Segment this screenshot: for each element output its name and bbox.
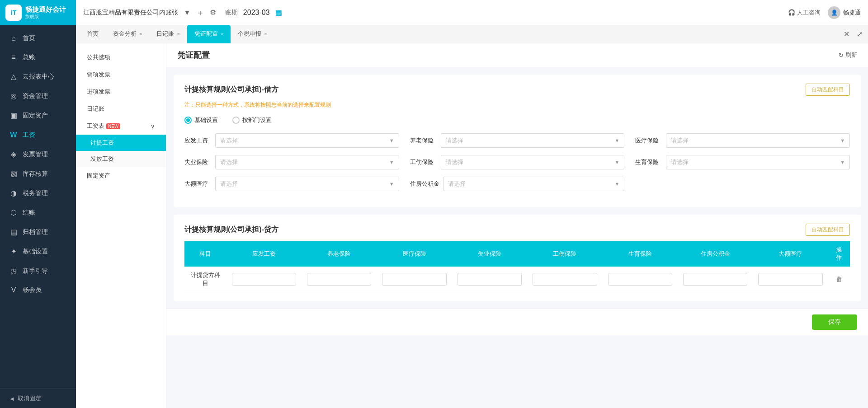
- pension-select[interactable]: 请选择 ▼: [441, 133, 625, 148]
- maternity-select[interactable]: 请选择 ▼: [666, 155, 850, 169]
- reports-icon: △: [9, 72, 18, 81]
- sidebar-item-home[interactable]: ⌂ 首页: [0, 29, 76, 48]
- tab-journal-close[interactable]: ×: [177, 31, 179, 37]
- cell-gross: [226, 267, 302, 292]
- sidebar-item-settings[interactable]: ✦ 基础设置: [0, 242, 76, 261]
- injury-select[interactable]: 请选择 ▼: [441, 155, 625, 169]
- sub-nav-fixed-assets[interactable]: 固定资产: [76, 167, 166, 184]
- sidebar-navigation: ⌂ 首页 ≡ 总账 △ 云报表中心 ◎ 资金管理 ▣ 固定资产 ₩ 工资 ◈ 发…: [0, 25, 76, 389]
- tab-journal[interactable]: 日记账 ×: [149, 25, 187, 43]
- credit-auto-match-button[interactable]: 自动匹配科目: [806, 224, 850, 236]
- sidebar-item-invoice[interactable]: ◈ 发票管理: [0, 145, 76, 164]
- sidebar-item-reports[interactable]: △ 云报表中心: [0, 67, 76, 86]
- expand-tab-button[interactable]: ⤢: [855, 28, 864, 40]
- tab-capital[interactable]: 资金分析 ×: [106, 25, 149, 43]
- sidebar-item-assets[interactable]: ▣ 固定资产: [0, 106, 76, 125]
- logo-icon: iT: [5, 5, 22, 21]
- company-dropdown-arrow[interactable]: ▼: [184, 9, 191, 17]
- calendar-icon[interactable]: ▦: [275, 8, 282, 17]
- input-injury[interactable]: [533, 273, 597, 286]
- cell-action: 🗑: [828, 267, 850, 292]
- settings-icon: ✦: [9, 247, 18, 256]
- sidebar-item-home-label: 首页: [23, 34, 35, 42]
- tabs-actions: ✕ ⤢: [842, 28, 864, 40]
- input-pension[interactable]: [307, 273, 371, 286]
- radio-basic-settings[interactable]: 基础设置: [184, 116, 218, 124]
- guide-icon: ◷: [9, 267, 18, 275]
- headset-icon: 🎧: [788, 9, 795, 16]
- credit-section-header: 计提核算规则(公司承担)-贷方 自动匹配科目: [184, 224, 850, 236]
- input-maternity[interactable]: [608, 273, 672, 286]
- sidebar-item-capital[interactable]: ◎ 资金管理: [0, 86, 76, 106]
- sub-nav-journal[interactable]: 日记账: [76, 100, 166, 117]
- gross-salary-select[interactable]: 请选择 ▼: [215, 133, 399, 148]
- app-logo: iT 畅捷通好会计 旗舰版: [0, 0, 76, 25]
- housing-fund-label: 住房公积金: [410, 180, 439, 188]
- refresh-button[interactable]: ↻ 刷新: [839, 51, 857, 59]
- save-button[interactable]: 保存: [812, 314, 857, 330]
- archive-icon: ▤: [9, 228, 18, 236]
- settings-gear-icon[interactable]: ⚙: [210, 8, 216, 17]
- sidebar-item-invoice-label: 发票管理: [23, 150, 48, 159]
- tab-tax-close[interactable]: ×: [264, 31, 267, 37]
- tab-tax[interactable]: 个税申报 ×: [231, 25, 274, 43]
- service-label: 人工咨询: [797, 9, 821, 17]
- credit-table: 科目 应发工资 养老保险 医疗保险 失业保险 工伤保险 生育保险 住房公积金 大…: [184, 241, 850, 292]
- housing-fund-select[interactable]: 请选择 ▼: [443, 177, 625, 191]
- service-button[interactable]: 🎧 人工咨询: [788, 9, 821, 17]
- sub-nav-pay-salary[interactable]: 发放工资: [76, 151, 166, 167]
- sidebar-item-salary[interactable]: ₩ 工资: [0, 125, 76, 145]
- input-unemployment[interactable]: [458, 273, 522, 286]
- cell-injury: [527, 267, 602, 292]
- debit-auto-match-button[interactable]: 自动匹配科目: [806, 84, 850, 96]
- unemployment-select[interactable]: 请选择 ▼: [215, 155, 399, 169]
- sidebar-item-ledger[interactable]: ≡ 总账: [0, 48, 76, 67]
- close-tab-button[interactable]: ✕: [842, 28, 851, 40]
- tab-voucher[interactable]: 凭证配置 ×: [187, 25, 231, 43]
- injury-arrow: ▼: [614, 159, 619, 165]
- input-major-med[interactable]: [758, 273, 822, 286]
- sub-nav-salary-table[interactable]: 工资表NEW ∨: [76, 117, 166, 135]
- sidebar-item-tax[interactable]: ◑ 税务管理: [0, 183, 76, 203]
- medical-select[interactable]: 请选择 ▼: [666, 133, 850, 148]
- save-area: 保存: [166, 309, 868, 335]
- page-header: 凭证配置 ↻ 刷新: [166, 43, 868, 67]
- cell-pension: [302, 267, 377, 292]
- radio-group: 基础设置 按部门设置: [184, 116, 850, 124]
- sub-nav-sales-invoice[interactable]: 销项发票: [76, 66, 166, 83]
- sidebar-item-archive[interactable]: ▤ 归档管理: [0, 222, 76, 242]
- input-medical[interactable]: [382, 273, 446, 286]
- sub-nav-public[interactable]: 公共选项: [76, 49, 166, 66]
- debit-form-row-1: 应发工资 请选择 ▼ 养老保险 请选择 ▼ 医疗: [184, 133, 850, 148]
- tab-capital-close[interactable]: ×: [139, 31, 142, 37]
- sidebar-item-vip[interactable]: V 畅会员: [0, 281, 76, 300]
- radio-dept-settings[interactable]: 按部门设置: [232, 116, 272, 124]
- pension-arrow: ▼: [614, 138, 619, 143]
- tab-home[interactable]: 首页: [80, 25, 106, 43]
- unpin-button[interactable]: ◄ 取消固定: [0, 389, 76, 408]
- capital-icon: ◎: [9, 92, 18, 100]
- radio-basic-label: 基础设置: [194, 116, 218, 124]
- vip-icon: V: [9, 286, 18, 294]
- page-title: 凭证配置: [177, 50, 210, 61]
- sidebar-item-guide[interactable]: ◷ 新手引导: [0, 261, 76, 281]
- new-badge: NEW: [106, 123, 120, 129]
- sidebar-item-closing[interactable]: ⬡ 结账: [0, 203, 76, 222]
- tab-voucher-close[interactable]: ×: [221, 31, 223, 37]
- debit-section-header: 计提核算规则(公司承担)-借方 自动匹配科目: [184, 84, 850, 96]
- delete-row-button[interactable]: 🗑: [836, 276, 842, 283]
- field-housing-fund: 住房公积金 请选择 ▼: [410, 177, 625, 191]
- sidebar-item-reports-label: 云报表中心: [23, 73, 54, 81]
- injury-label: 工伤保险: [410, 158, 437, 166]
- major-medical-select[interactable]: 请选择 ▼: [215, 177, 399, 191]
- input-gross[interactable]: [232, 273, 296, 286]
- user-profile[interactable]: 👤 畅捷通: [828, 6, 861, 19]
- credit-section-title: 计提核算规则(公司承担)-贷方: [184, 225, 278, 234]
- sub-nav-accrual-salary[interactable]: 计提工资: [76, 135, 166, 151]
- add-button[interactable]: ＋: [196, 7, 204, 18]
- input-housing[interactable]: [683, 273, 747, 286]
- sub-nav-purchase-invoice[interactable]: 进项发票: [76, 83, 166, 100]
- sidebar-item-inventory[interactable]: ▧ 库存核算: [0, 164, 76, 183]
- gross-salary-arrow: ▼: [389, 138, 394, 143]
- major-medical-arrow: ▼: [389, 181, 394, 187]
